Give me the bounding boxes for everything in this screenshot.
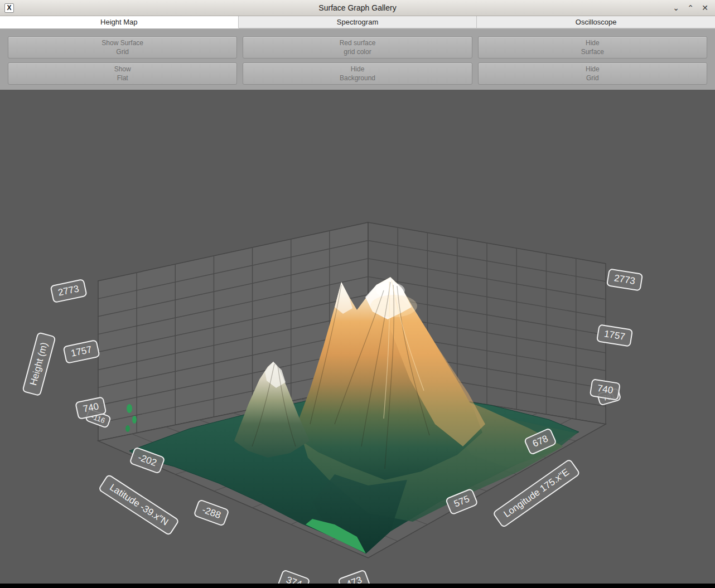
close-button[interactable]: ✕ (698, 1, 712, 14)
button-label: Hide (586, 38, 600, 47)
window-title: Surface Graph Gallery (0, 3, 715, 12)
button-label: Hide (586, 65, 600, 74)
app-icon: X (4, 3, 14, 13)
button-label: Grid (116, 47, 129, 56)
toolbar: Show Surface Grid Red surface grid color… (0, 29, 715, 90)
tab-height-map[interactable]: Height Map (0, 16, 239, 28)
show-flat-button[interactable]: Show Flat (8, 62, 237, 85)
button-label: grid color (344, 47, 371, 56)
button-label: Show Surface (102, 38, 143, 47)
hide-surface-button[interactable]: Hide Surface (478, 36, 707, 59)
surface-3d-view[interactable]: Height (m) 2773 1757 740 -116 -202 -288 … (0, 90, 715, 584)
hide-background-button[interactable]: Hide Background (243, 62, 472, 85)
button-label: Grid (586, 74, 599, 82)
minimize-button[interactable]: ⌄ (669, 1, 683, 14)
button-label: Show (114, 65, 131, 74)
tab-bar: Height Map Spectrogram Oscilloscope (0, 16, 715, 29)
button-label: Background (340, 74, 375, 82)
window-titlebar: X Surface Graph Gallery ⌄ ⌃ ✕ (0, 0, 715, 16)
tab-spectrogram[interactable]: Spectrogram (239, 16, 477, 28)
button-label: Surface (581, 47, 604, 56)
show-surface-grid-button[interactable]: Show Surface Grid (8, 36, 237, 59)
tab-oscilloscope[interactable]: Oscilloscope (477, 16, 715, 28)
button-label: Red surface (340, 38, 376, 47)
button-label: Flat (117, 74, 128, 82)
hide-grid-button[interactable]: Hide Grid (478, 62, 707, 85)
bottom-border-strip (0, 584, 715, 588)
window-controls: ⌄ ⌃ ✕ (669, 1, 712, 14)
button-label: Hide (351, 65, 365, 74)
red-surface-grid-color-button[interactable]: Red surface grid color (243, 36, 472, 59)
maximize-button[interactable]: ⌃ (684, 1, 697, 14)
